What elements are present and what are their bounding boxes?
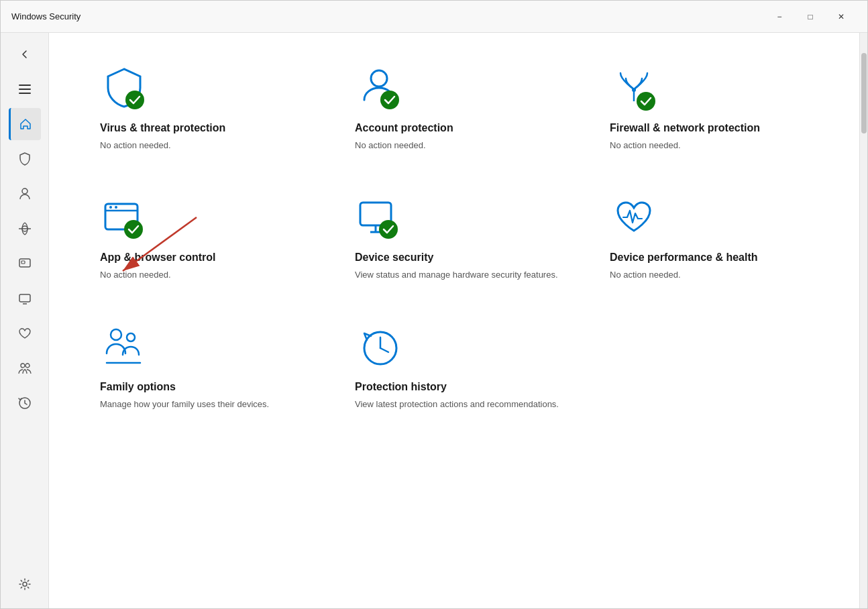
account-protection-card[interactable]: Account protection No action needed. — [344, 54, 572, 162]
device-health-icon — [610, 195, 663, 241]
device-security-icon — [355, 195, 409, 241]
window-title: Windows Security — [11, 11, 764, 21]
minimize-button[interactable]: − — [764, 6, 795, 27]
family-options-icon — [100, 324, 154, 371]
close-button[interactable]: ✕ — [826, 6, 857, 27]
svg-point-29 — [111, 329, 121, 340]
scrollbar[interactable] — [859, 33, 867, 608]
security-grid: Virus & threat protection No action need… — [89, 54, 827, 421]
sidebar-history-button[interactable] — [9, 387, 41, 419]
svg-rect-1 — [19, 89, 31, 90]
device-health-card[interactable]: Device performance & health No action ne… — [599, 184, 827, 292]
protection-history-title: Protection history — [355, 380, 561, 394]
app-browser-card[interactable]: App & browser control No action needed. — [89, 184, 317, 292]
protection-history-subtitle: View latest protection actions and recom… — [355, 398, 561, 410]
svg-line-34 — [380, 348, 388, 352]
sidebar-account-button[interactable] — [9, 178, 41, 210]
svg-point-22 — [109, 206, 112, 209]
device-security-card[interactable]: Device security View status and manage h… — [344, 184, 572, 292]
back-button[interactable] — [9, 38, 41, 70]
menu-button[interactable] — [9, 73, 41, 105]
svg-point-9 — [25, 364, 30, 368]
sidebar-device-button[interactable] — [9, 282, 41, 315]
svg-point-16 — [380, 91, 399, 109]
svg-rect-2 — [19, 93, 31, 94]
family-options-subtitle: Manage how your family uses their device… — [100, 398, 307, 410]
svg-rect-0 — [19, 85, 31, 86]
window-controls: − □ ✕ — [764, 6, 857, 27]
firewall-icon — [610, 65, 663, 112]
svg-rect-6 — [21, 261, 25, 264]
protection-history-card[interactable]: Protection history View latest protectio… — [344, 313, 572, 421]
family-options-title: Family options — [100, 380, 307, 394]
virus-threat-subtitle: No action needed. — [100, 140, 307, 152]
svg-point-15 — [371, 70, 387, 87]
account-protection-title: Account protection — [355, 121, 561, 135]
account-protection-icon — [355, 65, 409, 112]
svg-rect-7 — [19, 294, 30, 302]
svg-point-8 — [21, 364, 25, 368]
account-protection-subtitle: No action needed. — [355, 140, 561, 152]
sidebar-family-button[interactable] — [9, 352, 41, 384]
main-content: Virus & threat protection No action need… — [49, 33, 859, 608]
device-security-title: Device security — [355, 251, 561, 265]
sidebar-shield-button[interactable] — [9, 143, 41, 175]
maximize-button[interactable]: □ — [795, 6, 826, 27]
svg-point-23 — [115, 206, 117, 209]
family-options-card[interactable]: Family options Manage how your family us… — [89, 313, 317, 421]
svg-point-30 — [127, 333, 135, 341]
firewall-title: Firewall & network protection — [610, 121, 816, 135]
virus-threat-icon — [100, 65, 154, 112]
sidebar — [1, 33, 49, 608]
app-browser-subtitle: No action needed. — [100, 269, 307, 281]
title-bar: Windows Security − □ ✕ — [1, 1, 867, 33]
firewall-subtitle: No action needed. — [610, 140, 816, 152]
virus-threat-card[interactable]: Virus & threat protection No action need… — [89, 54, 317, 162]
sidebar-health-button[interactable] — [9, 317, 41, 349]
protection-history-icon — [355, 324, 409, 371]
svg-point-19 — [637, 92, 655, 111]
svg-point-14 — [125, 91, 144, 109]
device-health-subtitle: No action needed. — [610, 269, 816, 281]
svg-point-11 — [23, 582, 27, 586]
settings-button[interactable] — [9, 568, 41, 600]
svg-point-28 — [379, 220, 398, 239]
device-security-subtitle: View status and manage hardware security… — [355, 269, 561, 281]
svg-point-3 — [22, 188, 28, 194]
home-button[interactable] — [9, 108, 41, 140]
app-browser-title: App & browser control — [100, 251, 307, 265]
sidebar-app-button[interactable] — [9, 247, 41, 280]
app-browser-icon — [100, 195, 154, 241]
device-health-title: Device performance & health — [610, 251, 816, 265]
svg-point-24 — [124, 220, 143, 239]
windows-security-window: Windows Security − □ ✕ — [0, 0, 868, 609]
firewall-card[interactable]: Firewall & network protection No action … — [599, 54, 827, 162]
virus-threat-title: Virus & threat protection — [100, 121, 307, 135]
sidebar-firewall-button[interactable] — [9, 213, 41, 245]
app-body: Virus & threat protection No action need… — [1, 33, 867, 608]
